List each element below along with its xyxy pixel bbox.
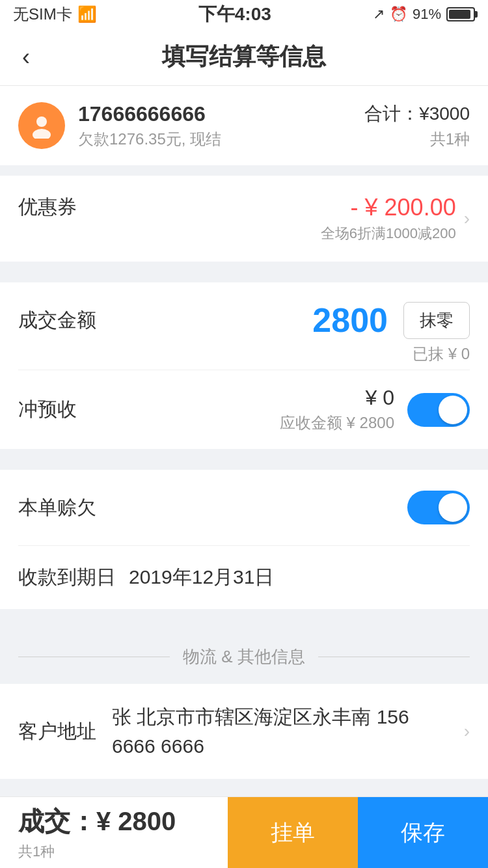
due-date-label: 收款到期日 <box>18 564 116 591</box>
amount-right: 2800 抹零 <box>312 301 470 340</box>
footer-info: 成交：¥ 2800 共1种 <box>0 804 228 861</box>
debit-row: 本单赊欠 <box>0 470 488 545</box>
footer-amount: 成交：¥ 2800 <box>18 804 210 839</box>
transaction-label: 成交金额 <box>18 307 96 334</box>
separator-3 <box>0 619 488 630</box>
customer-total: 合计：¥3000 共1种 <box>364 102 470 150</box>
status-bar: 无SIM卡 📶 下午4:03 ↗ ⏰ 91% <box>0 0 488 29</box>
coupon-amount: - ¥ 200.00 <box>321 194 456 221</box>
prepay-amount: ¥ 0 <box>280 386 394 410</box>
due-date-value: 2019年12月31日 <box>129 564 274 591</box>
customer-row: 17666666666 欠款1276.35元, 现结 合计：¥3000 共1种 <box>0 86 488 165</box>
coupon-label: 优惠券 <box>18 194 77 221</box>
debit-toggle[interactable] <box>407 491 470 524</box>
customer-card: 17666666666 欠款1276.35元, 现结 合计：¥3000 共1种 <box>0 86 488 165</box>
prepay-toggle[interactable] <box>407 393 470 427</box>
pending-button[interactable]: 挂单 <box>228 797 358 869</box>
debit-card: 本单赊欠 收款到期日 2019年12月31日 <box>0 470 488 609</box>
battery-fill <box>449 10 470 19</box>
customer-debt: 欠款1276.35元, 现结 <box>78 129 221 150</box>
nav-bar: ‹ 填写结算等信息 <box>0 29 488 86</box>
battery-percent: 91% <box>413 6 441 23</box>
back-button[interactable]: ‹ <box>16 37 36 77</box>
coupon-card: 优惠券 - ¥ 200.00 全场6折满1000减200 › <box>0 176 488 262</box>
prepay-row: 冲预收 ¥ 0 应收金额 ¥ 2800 <box>0 370 488 449</box>
total-amount: 合计：¥3000 <box>364 102 470 126</box>
address-row[interactable]: 客户地址 张 北京市市辖区海淀区永丰南 156 6666 6666 › <box>0 684 488 779</box>
divider-line-left <box>18 657 170 657</box>
transaction-sub: 已抹 ¥ 0 <box>18 344 470 364</box>
prepay-amount-block: ¥ 0 应收金额 ¥ 2800 <box>280 386 394 433</box>
location-icon: ↗ <box>373 6 385 23</box>
divider-line-right <box>318 657 470 657</box>
customer-left: 17666666666 欠款1276.35元, 现结 <box>18 102 221 150</box>
battery-icon <box>446 7 475 21</box>
prepay-receivable: 应收金额 ¥ 2800 <box>280 413 394 433</box>
footer-prefix: 成交： <box>18 807 96 835</box>
logistics-divider: 物流 & 其他信息 <box>0 630 488 684</box>
logistics-text: 物流 & 其他信息 <box>183 645 305 668</box>
address-chevron-icon: › <box>464 721 470 742</box>
round-button[interactable]: 抹零 <box>403 302 470 339</box>
customer-info: 17666666666 欠款1276.35元, 现结 <box>78 102 221 150</box>
separator-2 <box>0 459 488 470</box>
debit-label: 本单赊欠 <box>18 495 96 521</box>
debit-toggle-knob <box>439 493 467 522</box>
carrier-text: 无SIM卡 <box>13 4 72 25</box>
item-count: 共1种 <box>364 129 470 150</box>
prepay-label: 冲预收 <box>18 396 77 423</box>
due-date-row: 收款到期日 2019年12月31日 <box>0 546 488 609</box>
separator-1 <box>0 272 488 282</box>
page-title: 填写结算等信息 <box>162 41 326 73</box>
status-time: 下午4:03 <box>198 2 271 27</box>
transaction-amount: 2800 <box>312 301 388 340</box>
coupon-chevron-icon: › <box>464 208 470 229</box>
alarm-icon: ⏰ <box>390 6 407 23</box>
coupon-row[interactable]: 优惠券 - ¥ 200.00 全场6折满1000减200 › <box>0 176 488 262</box>
toggle-knob <box>439 396 467 424</box>
customer-phone: 17666666666 <box>78 102 221 126</box>
address-value: 张 北京市市辖区海淀区永丰南 156 6666 6666 <box>112 702 448 761</box>
svg-point-1 <box>33 129 51 139</box>
coupon-desc: 全场6折满1000减200 <box>321 224 456 243</box>
avatar <box>18 102 65 149</box>
address-label: 客户地址 <box>18 718 96 745</box>
amount-row: 成交金额 2800 抹零 <box>18 301 470 340</box>
svg-point-0 <box>36 116 47 127</box>
footer-amount-value: ¥ 2800 <box>96 807 176 835</box>
footer: 成交：¥ 2800 共1种 挂单 保存 <box>0 796 488 868</box>
status-right: ↗ ⏰ 91% <box>373 6 475 23</box>
address-card: 客户地址 张 北京市市辖区海淀区永丰南 156 6666 6666 › <box>0 684 488 779</box>
transaction-row: 成交金额 2800 抹零 已抹 ¥ 0 <box>0 282 488 370</box>
status-left: 无SIM卡 📶 <box>13 4 97 25</box>
prepay-right: ¥ 0 应收金额 ¥ 2800 <box>280 386 470 433</box>
wifi-icon: 📶 <box>77 5 97 23</box>
transaction-card: 成交金额 2800 抹零 已抹 ¥ 0 冲预收 ¥ 0 应收金额 ¥ 2800 <box>0 282 488 449</box>
footer-count: 共1种 <box>18 842 210 861</box>
main-content: 17666666666 欠款1276.35元, 现结 合计：¥3000 共1种 … <box>0 86 488 867</box>
save-button[interactable]: 保存 <box>358 797 488 869</box>
